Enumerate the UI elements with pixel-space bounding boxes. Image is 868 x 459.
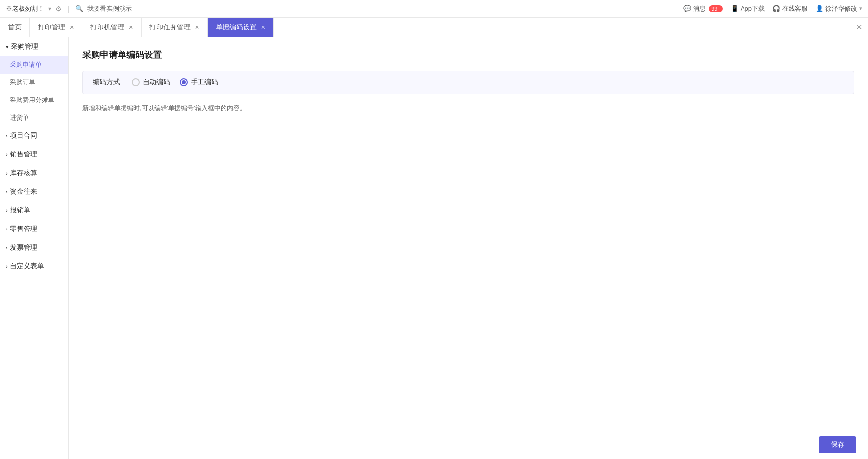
collapse-icon: ▾: [6, 44, 9, 50]
sidebar-group-sales-mgmt[interactable]: › 销售管理: [0, 145, 68, 164]
content-footer: 保存: [69, 430, 868, 459]
tab-barcode-settings-label: 单据编码设置: [216, 23, 257, 32]
user-name: 徐泽华修改: [825, 4, 857, 13]
tab-barcode-settings-close[interactable]: ✕: [261, 24, 266, 31]
chevron-down-icon[interactable]: ▾: [48, 5, 51, 13]
search-icon: 🔍: [75, 5, 83, 12]
tab-home-label: 首页: [8, 23, 22, 32]
sidebar-item-purchase-expense[interactable]: 采购费用分摊单: [0, 91, 68, 109]
sidebar: ▾ 采购管理 采购申请单 采购订单 采购费用分摊单 进货单 › 项目合同 › 销…: [0, 37, 69, 459]
radio-manual-label: 手工编码: [191, 78, 218, 87]
online-service-button[interactable]: 🎧 在线客服: [772, 4, 808, 13]
sidebar-item-purchase-order[interactable]: 采购订单: [0, 74, 68, 91]
tab-print-task-mgmt-label: 打印任务管理: [149, 23, 191, 32]
sidebar-group-purchase-mgmt-title[interactable]: ▾ 采购管理: [0, 37, 68, 56]
headset-icon: 🎧: [772, 5, 780, 12]
sidebar-group-purchase-mgmt-label: 采购管理: [11, 42, 38, 51]
user-avatar-icon: 👤: [816, 5, 823, 12]
online-service-label: 在线客服: [782, 4, 808, 13]
main-layout: ▾ 采购管理 采购申请单 采购订单 采购费用分摊单 进货单 › 项目合同 › 销…: [0, 37, 868, 459]
sidebar-item-purchase-request[interactable]: 采购申请单: [0, 56, 68, 74]
expand-icon: ›: [6, 226, 8, 232]
app-download-button[interactable]: 📱 App下载: [731, 4, 765, 13]
expand-icon: ›: [6, 133, 8, 139]
encoding-label: 编码方式: [93, 78, 120, 87]
sidebar-item-purchase-order-label: 采购订单: [10, 78, 35, 86]
expand-icon: ›: [6, 170, 8, 176]
radio-auto-encoding[interactable]: 自动编码: [132, 78, 170, 87]
tab-print-task-mgmt-close[interactable]: ✕: [195, 24, 199, 31]
sidebar-group-project-contract-label: 项目合同: [10, 131, 37, 140]
tab-print-mgmt-label: 打印管理: [38, 23, 65, 32]
sidebar-group-returns[interactable]: › 报销单: [0, 201, 68, 220]
encoding-radio-group: 自动编码 手工编码: [132, 78, 218, 87]
sidebar-group-returns-label: 报销单: [10, 206, 30, 215]
sidebar-group-invoice-mgmt[interactable]: › 发票管理: [0, 238, 68, 257]
expand-icon: ›: [6, 207, 8, 213]
tab-bar: 首页 打印管理 ✕ 打印机管理 ✕ 打印任务管理 ✕ 单据编码设置 ✕ ✕: [0, 18, 868, 37]
top-bar-right: 💬 消息 99+ 📱 App下载 🎧 在线客服 👤 徐泽华修改 ▾: [683, 4, 862, 13]
search-label[interactable]: 我要看实例演示: [87, 4, 132, 13]
tab-home[interactable]: 首页: [0, 18, 30, 37]
tab-print-mgmt[interactable]: 打印管理 ✕: [30, 18, 82, 37]
sidebar-group-capital-label: 资金往来: [10, 187, 37, 196]
radio-manual-encoding[interactable]: 手工编码: [180, 78, 218, 87]
sidebar-group-custom-forms[interactable]: › 自定义表单: [0, 257, 68, 276]
tab-print-mgmt-close[interactable]: ✕: [69, 24, 74, 31]
sidebar-item-purchase-request-label: 采购申请单: [10, 61, 42, 68]
tab-printer-mgmt-label: 打印机管理: [90, 23, 124, 32]
sidebar-group-invoice-mgmt-label: 发票管理: [10, 243, 37, 252]
brand-label: ※老板勿割！: [6, 4, 44, 13]
sidebar-group-purchase-mgmt: ▾ 采购管理 采购申请单 采购订单 采购费用分摊单 进货单: [0, 37, 68, 127]
sidebar-group-project-contract[interactable]: › 项目合同: [0, 127, 68, 145]
sidebar-item-purchase-expense-label: 采购费用分摊单: [10, 96, 54, 103]
content: 采购申请单编码设置 编码方式 自动编码 手工编码: [69, 37, 868, 459]
save-button[interactable]: 保存: [819, 436, 856, 453]
app-icon: 📱: [731, 5, 739, 12]
user-chevron-icon: ▾: [859, 5, 862, 12]
tab-printer-mgmt[interactable]: 打印机管理 ✕: [82, 18, 142, 37]
app-download-label: App下载: [741, 4, 765, 13]
radio-auto-label: 自动编码: [143, 78, 170, 87]
top-bar: ※老板勿割！ ▾ ⚙ | 🔍 我要看实例演示 💬 消息 99+ 📱 App下载 …: [0, 0, 868, 18]
hint-text: 新增和编辑单据编时,可以编辑'单据编号'输入框中的内容。: [82, 104, 854, 113]
top-bar-left: ※老板勿割！ ▾ ⚙ | 🔍 我要看实例演示: [6, 4, 132, 13]
sidebar-group-inventory[interactable]: › 库存核算: [0, 164, 68, 182]
sidebar-group-inventory-label: 库存核算: [10, 169, 37, 178]
radio-auto-circle: [132, 78, 140, 86]
sidebar-group-retail-mgmt[interactable]: › 零售管理: [0, 220, 68, 238]
tab-print-task-mgmt[interactable]: 打印任务管理 ✕: [142, 18, 208, 37]
message-button[interactable]: 💬 消息 99+: [683, 4, 723, 13]
user-menu[interactable]: 👤 徐泽华修改 ▾: [816, 4, 862, 13]
message-badge: 99+: [709, 5, 723, 12]
sidebar-group-custom-forms-label: 自定义表单: [10, 262, 44, 271]
expand-icon: ›: [6, 189, 8, 195]
radio-manual-circle: [180, 78, 188, 86]
message-icon: 💬: [683, 5, 691, 12]
expand-icon: ›: [6, 263, 8, 269]
tab-barcode-settings[interactable]: 单据编码设置 ✕: [208, 18, 274, 37]
gear-icon[interactable]: ⚙: [55, 5, 62, 13]
tab-printer-mgmt-close[interactable]: ✕: [128, 24, 133, 31]
tab-bar-close-button[interactable]: ✕: [850, 23, 868, 32]
message-label: 消息: [693, 4, 706, 13]
sidebar-group-sales-mgmt-label: 销售管理: [10, 150, 37, 159]
encoding-section: 编码方式 自动编码 手工编码: [82, 71, 854, 94]
expand-icon: ›: [6, 245, 8, 251]
content-body: 采购申请单编码设置 编码方式 自动编码 手工编码: [69, 37, 868, 430]
sidebar-item-inbound-label: 进货单: [10, 114, 29, 121]
sidebar-group-retail-mgmt-label: 零售管理: [10, 225, 37, 233]
expand-icon: ›: [6, 152, 8, 157]
page-title: 采购申请单编码设置: [82, 49, 854, 61]
sidebar-group-capital[interactable]: › 资金往来: [0, 182, 68, 201]
sidebar-item-inbound[interactable]: 进货单: [0, 109, 68, 127]
